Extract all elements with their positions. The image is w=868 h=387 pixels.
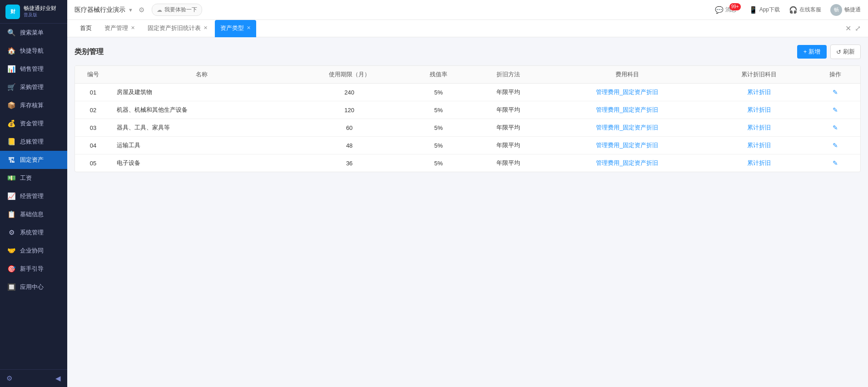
cell-action: ✎ — [810, 119, 860, 137]
sidebar-item-search[interactable]: 🔍搜索菜单 — [0, 24, 67, 42]
sidebar-item-system[interactable]: ⚙系统管理 — [0, 223, 67, 242]
edit-icon[interactable]: ✎ — [833, 142, 838, 149]
tab-home[interactable]: 首页 — [74, 20, 97, 37]
tabs-controls: ✕ ⤢ — [845, 24, 861, 33]
header-actions: + 新增 ↺ 刷新 — [797, 45, 861, 59]
edit-icon[interactable]: ✎ — [833, 159, 838, 167]
guide-icon: 🎯 — [7, 265, 15, 273]
col-method: 折旧方法 — [470, 66, 546, 84]
sidebar-item-guide[interactable]: 🎯新手引导 — [0, 260, 67, 278]
sidebar-item-fixed-assets[interactable]: 🏗固定资产 — [0, 151, 67, 169]
message-badge: 99+ — [729, 3, 741, 10]
cell-method: 年限平均 — [470, 137, 546, 154]
cell-action: ✎ — [810, 154, 860, 172]
cell-period: 60 — [292, 119, 407, 137]
col-residual: 残值率 — [407, 66, 470, 84]
app-download-button[interactable]: 📱 App下载 — [749, 6, 780, 14]
cell-accumulated: 累计折旧 — [708, 84, 810, 101]
sidebar-item-purchase[interactable]: 🛒采购管理 — [0, 78, 67, 96]
sidebar: 财 畅捷通好业财 普及版 🔍搜索菜单🏠快捷导航📊销售管理🛒采购管理📦库存核算💰资… — [0, 0, 67, 387]
cell-name: 器具、工具、家具等 — [111, 119, 292, 137]
edit-icon[interactable]: ✎ — [833, 89, 838, 96]
sidebar-item-quick-nav[interactable]: 🏠快捷导航 — [0, 42, 67, 60]
tabs-bar: 首页 资产管理 ✕ 固定资产折旧统计表 ✕ 资产类型 ✕ ✕ ⤢ — [67, 20, 868, 37]
cell-period: 240 — [292, 84, 407, 101]
tab-asset-type-close[interactable]: ✕ — [247, 25, 251, 31]
col-id: 编号 — [75, 66, 111, 84]
close-window-icon[interactable]: ✕ — [845, 24, 851, 33]
cell-method: 年限平均 — [470, 84, 546, 101]
new-button[interactable]: + 新增 — [797, 45, 827, 59]
cell-id: 05 — [75, 154, 111, 172]
topbar-right: 💬 消息 99+ 📱 App下载 🎧 在线客服 畅 畅捷通 — [715, 4, 861, 16]
collapse-icon[interactable]: ◀ — [55, 374, 61, 382]
table-row: 04 运输工具 48 5% 年限平均 管理费用_固定资产折旧 累计折旧 ✎ — [75, 137, 860, 154]
cell-period: 36 — [292, 154, 407, 172]
enterprise-icon: 🤝 — [7, 247, 15, 255]
online-service-button[interactable]: 🎧 在线客服 — [789, 6, 821, 14]
cloud-icon: ☁ — [157, 7, 162, 13]
salary-icon: 💵 — [7, 174, 15, 182]
cell-expense: 管理费用_固定资产折旧 — [546, 101, 708, 119]
sidebar-label-basic-info: 基础信息 — [20, 210, 44, 218]
sidebar-label-ledger: 总账管理 — [20, 138, 44, 146]
cell-action: ✎ — [810, 137, 860, 154]
sidebar-item-operations[interactable]: 📈经营管理 — [0, 187, 67, 205]
col-expense: 费用科目 — [546, 66, 708, 84]
search-icon: 🔍 — [7, 29, 15, 37]
cell-action: ✎ — [810, 101, 860, 119]
topbar: 医疗器械行业演示 ▼ ⚙ ☁ 我要体验一下 💬 消息 99+ 📱 App下载 🎧… — [67, 0, 868, 20]
sidebar-label-salary: 工资 — [20, 174, 32, 182]
cell-name: 运输工具 — [111, 137, 292, 154]
sidebar-label-enterprise: 企业协同 — [20, 247, 44, 255]
sidebar-item-basic-info[interactable]: 📋基础信息 — [0, 205, 67, 223]
tab-depreciation-close[interactable]: ✕ — [203, 25, 208, 31]
cell-id: 02 — [75, 101, 111, 119]
app-download-icon: 📱 — [749, 6, 758, 14]
sidebar-item-enterprise[interactable]: 🤝企业协同 — [0, 242, 67, 260]
sidebar-item-salary[interactable]: 💵工资 — [0, 169, 67, 187]
table-row: 02 机器、机械和其他生产设备 120 5% 年限平均 管理费用_固定资产折旧 … — [75, 101, 860, 119]
sidebar-item-sales[interactable]: 📊销售管理 — [0, 60, 67, 78]
settings-icon[interactable]: ⚙ — [6, 374, 12, 382]
cell-residual: 5% — [407, 84, 470, 101]
sidebar-label-capital: 资金管理 — [20, 119, 44, 128]
cell-expense: 管理费用_固定资产折旧 — [546, 84, 708, 101]
app-name: 畅捷通好业财 — [24, 5, 56, 12]
cell-residual: 5% — [407, 101, 470, 119]
cell-accumulated: 累计折旧 — [708, 137, 810, 154]
tab-asset-type[interactable]: 资产类型 ✕ — [215, 20, 256, 37]
tab-depreciation-report[interactable]: 固定资产折旧统计表 ✕ — [142, 20, 213, 37]
sidebar-item-capital[interactable]: 💰资金管理 — [0, 114, 67, 133]
edit-icon[interactable]: ✎ — [833, 106, 838, 114]
module-dropdown-arrow[interactable]: ▼ — [128, 7, 133, 13]
sales-icon: 📊 — [7, 65, 15, 73]
cell-id: 04 — [75, 137, 111, 154]
cell-residual: 5% — [407, 154, 470, 172]
message-icon: 💬 — [715, 6, 724, 14]
cell-period: 48 — [292, 137, 407, 154]
cell-name: 机器、机械和其他生产设备 — [111, 101, 292, 119]
cell-id: 01 — [75, 84, 111, 101]
topbar-settings-icon[interactable]: ⚙ — [139, 6, 144, 14]
sidebar-item-ledger[interactable]: 📒总账管理 — [0, 133, 67, 151]
edit-icon[interactable]: ✎ — [833, 124, 838, 131]
sidebar-item-inventory[interactable]: 📦库存核算 — [0, 96, 67, 114]
cell-method: 年限平均 — [470, 119, 546, 137]
refresh-button[interactable]: ↺ 刷新 — [830, 45, 861, 59]
sidebar-label-guide: 新手引导 — [20, 265, 44, 273]
cell-accumulated: 累计折旧 — [708, 154, 810, 172]
sidebar-item-app-center[interactable]: 🔲应用中心 — [0, 278, 67, 296]
tab-asset-management[interactable]: 资产管理 ✕ — [99, 20, 140, 37]
message-button[interactable]: 💬 消息 99+ — [715, 6, 736, 14]
tab-asset-management-close[interactable]: ✕ — [131, 25, 135, 31]
user-profile[interactable]: 畅 畅捷通 — [830, 4, 861, 16]
main-area: 医疗器械行业演示 ▼ ⚙ ☁ 我要体验一下 💬 消息 99+ 📱 App下载 🎧… — [67, 0, 868, 387]
sidebar-menu: 🔍搜索菜单🏠快捷导航📊销售管理🛒采购管理📦库存核算💰资金管理📒总账管理🏗固定资产… — [0, 24, 67, 369]
sidebar-label-system: 系统管理 — [20, 228, 44, 237]
trial-button[interactable]: ☁ 我要体验一下 — [152, 4, 202, 16]
expand-window-icon[interactable]: ⤢ — [855, 24, 861, 33]
cell-expense: 管理费用_固定资产折旧 — [546, 137, 708, 154]
cell-accumulated: 累计折旧 — [708, 101, 810, 119]
cell-name: 电子设备 — [111, 154, 292, 172]
